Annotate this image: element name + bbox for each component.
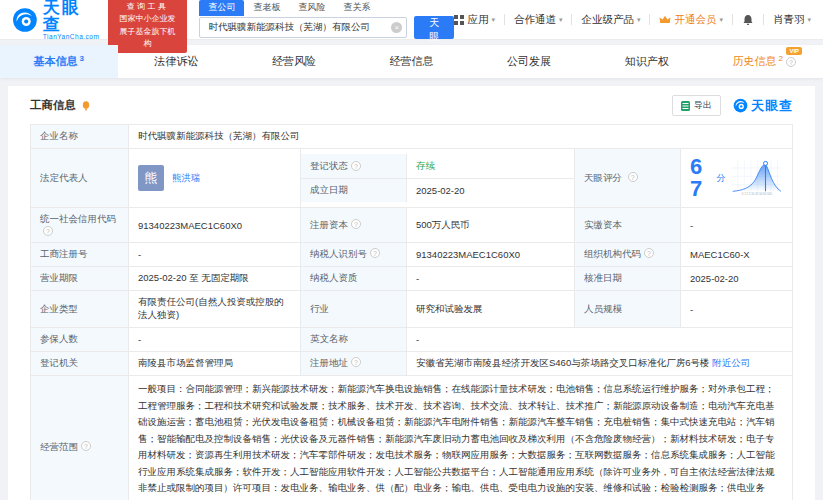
reg-authority-value: 南陵县市场监督管理局 bbox=[129, 352, 301, 376]
brand-domain: TianYanCha.com bbox=[43, 34, 100, 41]
company-tab-bar: 基本信息 3 法律诉讼 经营风险 经营信息 公司发展 知识产权 VIP 历史信息… bbox=[0, 45, 823, 78]
table-row: 登记机关 南陵县市场监督管理局 注册地址? 安徽省芜湖市南陵县经济开发区S460… bbox=[31, 352, 793, 376]
insured-count-label: 参保人数 bbox=[31, 328, 129, 352]
score-axis-ticks: 0 1 2 5 10 20 50 90 100 bbox=[742, 192, 772, 196]
reg-number-value: - bbox=[129, 243, 301, 267]
tianyancha-logo[interactable]: 天眼查 TianYanCha.com bbox=[12, 0, 100, 40]
tab-count: 2 bbox=[779, 54, 783, 63]
org-code-label: 组织机构代码? bbox=[575, 243, 681, 267]
est-date-value: 2025-02-20 bbox=[407, 179, 474, 202]
eye-logo-icon bbox=[12, 7, 38, 33]
taxpayer-qualification-value: - bbox=[407, 267, 575, 291]
score-distribution-chart: 0 1 2 5 10 20 50 90 100 bbox=[731, 156, 783, 200]
promo-line1: 都在用的商业查询工具 bbox=[116, 0, 180, 13]
search-block: 查公司 查老板 查风险 查关系 × 天眼一下 bbox=[199, 1, 454, 39]
credit-code-value: 91340223MAEC1C60X0 bbox=[129, 208, 301, 243]
registration-info-table: 企业名称 时代骐骥新能源科技（芜湖）有限公司 法定代表人 熊 熊洪瑞 登记状态 … bbox=[30, 124, 793, 500]
table-row: 登记状态 ? 存续 bbox=[301, 154, 574, 178]
table-row: 经营范围? 一般项目：合同能源管理；新兴能源技术研发；新能源汽车换电设施销售；在… bbox=[31, 376, 793, 500]
reg-capital-label: 注册资本? bbox=[301, 208, 407, 243]
company-type-label: 企业类型 bbox=[31, 291, 129, 328]
tab-intellectual-property[interactable]: 知识产权 bbox=[588, 45, 706, 78]
table-row: 参保人数 - 英文名称 - bbox=[31, 328, 793, 352]
nav-apps[interactable]: 应用 ▾ bbox=[454, 13, 495, 27]
section-header: 工商信息 导出 天眼 bbox=[30, 95, 793, 116]
app-grid-icon bbox=[454, 15, 464, 25]
username: 肖青羽 bbox=[773, 13, 805, 27]
vip-badge: VIP bbox=[786, 47, 802, 55]
tyc-score[interactable]: 67 分 bbox=[690, 154, 783, 202]
search-tab-boss[interactable]: 查老板 bbox=[244, 0, 289, 16]
company-name-label: 企业名称 bbox=[31, 125, 129, 149]
taxpayer-qualification-label: 纳税人资质 bbox=[301, 267, 407, 291]
table-row: 成立日期 2025-02-20 bbox=[301, 178, 574, 202]
business-term-label: 营业期限 bbox=[31, 267, 129, 291]
reg-status-value: 存续 bbox=[407, 154, 444, 178]
table-row: 企业类型 有限责任公司(自然人投资或控股的法人独资) 行业 研究和试验发展 人员… bbox=[31, 291, 793, 328]
tab-history-info[interactable]: VIP 历史信息 2 ? bbox=[705, 45, 823, 78]
tab-company-development[interactable]: 公司发展 bbox=[470, 45, 588, 78]
tab-basic-info[interactable]: 基本信息 3 bbox=[0, 45, 118, 78]
brand-name: 天眼查 bbox=[43, 0, 100, 33]
org-code-value: MAEC1C60-X bbox=[681, 243, 793, 267]
reg-address-cell: 安徽省芜湖市南陵县经济开发区S460与茶场路交叉口标准化厂房6号楼 附近公司 bbox=[407, 352, 793, 376]
reg-authority-label: 登记机关 bbox=[31, 352, 129, 376]
user-menu[interactable]: 肖青羽 ▾ bbox=[773, 13, 811, 27]
notification-bell[interactable] bbox=[742, 14, 754, 26]
help-icon[interactable]: ? bbox=[370, 248, 380, 258]
table-row: 企业名称 时代骐骥新能源科技（芜湖）有限公司 bbox=[31, 125, 793, 149]
export-button[interactable]: 导出 bbox=[672, 95, 721, 116]
crown-icon bbox=[659, 15, 671, 25]
help-icon[interactable]: ? bbox=[351, 357, 361, 367]
section-title: 工商信息 bbox=[30, 98, 76, 113]
search-tab-company[interactable]: 查公司 bbox=[199, 0, 244, 16]
english-name-label: 英文名称 bbox=[301, 328, 407, 352]
help-icon[interactable]: ? bbox=[628, 172, 638, 182]
legal-rep-link[interactable]: 熊洪瑞 bbox=[172, 172, 201, 185]
est-date-label: 成立日期 bbox=[301, 179, 407, 202]
tab-operating-risk[interactable]: 经营风险 bbox=[235, 45, 353, 78]
help-icon[interactable]: ? bbox=[644, 248, 654, 258]
nav-partner[interactable]: 合作通道 ▾ bbox=[514, 13, 563, 27]
score-value: 67 bbox=[690, 156, 710, 200]
spreadsheet-icon bbox=[681, 101, 690, 111]
reg-number-label: 工商注册号 bbox=[31, 243, 129, 267]
help-icon[interactable]: ? bbox=[81, 441, 91, 451]
top-header: 天眼查 TianYanCha.com 都在用的商业查询工具 国家中小企业发展子基… bbox=[0, 0, 823, 40]
divider bbox=[732, 14, 733, 25]
divider bbox=[504, 14, 505, 25]
tab-legal[interactable]: 法律诉讼 bbox=[118, 45, 236, 78]
insured-count-value: - bbox=[129, 328, 301, 352]
divider bbox=[649, 14, 650, 25]
avatar[interactable]: 熊 bbox=[138, 165, 164, 191]
search-input[interactable] bbox=[199, 17, 407, 38]
tab-business-info[interactable]: 经营信息 bbox=[353, 45, 471, 78]
reg-capital-value: 500万人民币 bbox=[407, 208, 575, 243]
credit-code-label: 统一社会信用代码? bbox=[31, 208, 129, 243]
bell-icon bbox=[742, 14, 754, 26]
chevron-down-icon: ▾ bbox=[807, 16, 811, 24]
table-row: 法定代表人 熊 熊洪瑞 登记状态 ? 存续 成立日期 bbox=[31, 149, 793, 208]
search-tab-relation[interactable]: 查关系 bbox=[334, 0, 379, 16]
legal-rep-label: 法定代表人 bbox=[31, 149, 129, 208]
watermark-logo: 天眼查 bbox=[733, 97, 793, 115]
chevron-down-icon: ▾ bbox=[559, 16, 563, 24]
chevron-down-icon: ▾ bbox=[491, 16, 495, 24]
divider bbox=[763, 14, 764, 25]
clear-icon[interactable]: × bbox=[391, 22, 402, 33]
nearby-companies-link[interactable]: 附近公司 bbox=[712, 357, 750, 368]
staff-size-value: - bbox=[681, 291, 793, 328]
help-icon[interactable]: ? bbox=[43, 226, 53, 236]
business-scope-value: 一般项目：合同能源管理；新兴能源技术研发；新能源汽车换电设施销售；在线能源计量技… bbox=[129, 376, 793, 500]
announcement-icon bbox=[82, 101, 90, 111]
nav-vip[interactable]: 开通会员 ▾ bbox=[659, 13, 723, 27]
nav-enterprise[interactable]: 企业级产品 ▾ bbox=[581, 13, 640, 27]
help-icon[interactable]: ? bbox=[351, 219, 361, 229]
industry-label: 行业 bbox=[301, 291, 407, 328]
search-button[interactable]: 天眼一下 bbox=[414, 16, 454, 39]
table-row: 营业期限 2025-02-20 至 无固定期限 纳税人资质 - 核准日期 202… bbox=[31, 267, 793, 291]
company-type-value: 有限责任公司(自然人投资或控股的法人独资) bbox=[129, 291, 301, 328]
help-icon[interactable]: ? bbox=[351, 161, 361, 171]
search-tab-risk[interactable]: 查风险 bbox=[289, 0, 334, 16]
business-scope-label: 经营范围? bbox=[31, 376, 129, 500]
